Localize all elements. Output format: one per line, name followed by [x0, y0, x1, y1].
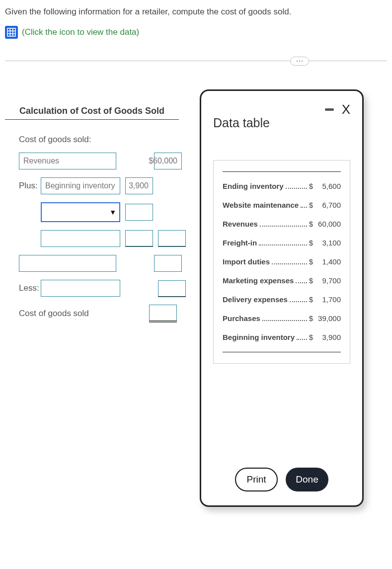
row-currency: $ [309, 182, 313, 190]
row-value: 39,000 [318, 314, 341, 323]
done-button[interactable]: Done [286, 468, 328, 491]
row-currency: $ [309, 220, 313, 228]
row-value: 3,900 [318, 333, 341, 341]
table-row: Purchases$39,000 [223, 309, 341, 328]
less-account-input[interactable] [41, 280, 120, 297]
plus-value-input-3[interactable] [125, 230, 153, 247]
table-row: Website maintenance$6,700 [223, 196, 341, 215]
plus-account-input-3[interactable] [41, 230, 120, 247]
data-table-block: Ending inventory$5,600 Website maintenan… [213, 160, 350, 364]
table-row: Import duties$1,400 [223, 252, 341, 271]
amount-input-1[interactable]: $60,000 [154, 153, 182, 169]
row-value: 60,000 [318, 220, 341, 228]
row-value: 5,600 [318, 182, 341, 190]
row-currency: $ [309, 239, 313, 247]
less-value-input[interactable] [158, 280, 186, 297]
view-data-link[interactable]: (Click the icon to view the data) [22, 27, 139, 37]
minimize-icon[interactable] [325, 108, 334, 111]
row-currency: $ [309, 276, 313, 285]
row-currency: $ [309, 314, 313, 323]
expand-toggle[interactable] [290, 57, 309, 66]
row-label: Website maintenance [223, 201, 299, 209]
row-currency: $ [309, 295, 313, 304]
row-label: Ending inventory [223, 182, 284, 190]
table-row: Revenues$60,000 [223, 215, 341, 234]
data-table-icon[interactable] [5, 26, 18, 39]
table-row: Freight-in$3,100 [223, 234, 341, 252]
print-button[interactable]: Print [235, 468, 278, 491]
table-row: Marketing expenses$9,700 [223, 271, 341, 290]
question-prompt: Given the following information for a re… [5, 7, 387, 17]
plus-label: Plus: [19, 181, 36, 191]
plus-total-input[interactable] [158, 230, 186, 247]
subtotal-label-input[interactable] [19, 255, 116, 272]
close-icon[interactable]: X [342, 103, 350, 116]
row-label: Delivery expenses [223, 295, 288, 304]
plus-account-select-2[interactable]: ▼ [41, 202, 120, 222]
subtotal-value-input[interactable] [154, 255, 182, 272]
section-divider [5, 61, 387, 61]
data-table-modal: Data table X Ending inventory$5,600 Webs… [200, 89, 364, 507]
row-value: 1,700 [318, 295, 341, 304]
row-value: 3,100 [318, 239, 341, 247]
row-label: Revenues [223, 220, 258, 228]
cogs-final-label: Cost of goods sold [19, 309, 144, 319]
table-row: Beginning inventory$3,900 [223, 328, 341, 347]
svg-rect-0 [7, 28, 15, 36]
row-label: Freight-in [223, 239, 257, 247]
modal-title: Data table [213, 116, 270, 130]
plus-value-input-2[interactable] [125, 204, 153, 221]
account-input-1[interactable]: Revenues [19, 153, 116, 169]
cogs-final-input[interactable] [149, 305, 177, 322]
less-label: Less: [19, 283, 36, 293]
table-row: Delivery expenses$1,700 [223, 290, 341, 309]
row-label: Purchases [223, 314, 260, 323]
row-value: 1,400 [318, 257, 341, 266]
row-currency: $ [309, 333, 313, 341]
row-currency: $ [309, 257, 313, 266]
table-row: Ending inventory$5,600 [223, 177, 341, 196]
worksheet-title: Calculation of Cost of Goods Sold [5, 106, 179, 120]
row-currency: $ [309, 201, 313, 209]
row-value: 9,700 [318, 276, 341, 285]
row-value: 6,700 [318, 201, 341, 209]
row-label: Beginning inventory [223, 333, 295, 341]
plus-account-input-1[interactable]: Beginning inventory [41, 177, 120, 194]
row-label: Import duties [223, 257, 270, 266]
plus-value-input-1[interactable]: 3,900 [125, 177, 153, 194]
row-label: Marketing expenses [223, 276, 294, 285]
